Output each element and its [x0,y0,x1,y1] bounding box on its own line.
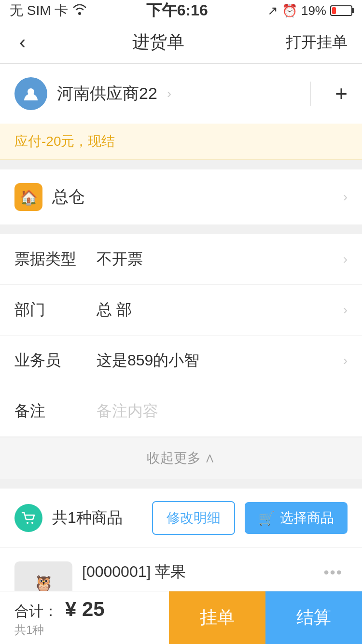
product-header: 共1种商品 修改明细 🛒 选择商品 [0,489,362,548]
total-sub: 共1种 [14,622,154,638]
open-pending-button[interactable]: 打开挂单 [286,32,348,53]
select-product-button[interactable]: 🛒 选择商品 [245,502,348,534]
page-title: 进货单 [132,30,184,54]
form-key-remark: 备注 [14,401,92,422]
avatar [14,77,47,110]
warehouse-name: 总仓 [52,186,334,208]
form-value-remark: 备注内容 [92,401,348,422]
main-content: 河南供应商22 › + 应付-20元，现结 🏠 总仓 › 票据类型 不开票 › … [0,64,362,644]
edit-detail-button[interactable]: 修改明细 [152,501,235,535]
location-icon: ↗ [267,3,278,18]
product-count-label: 共1种商品 [52,507,142,529]
form-row-invoice[interactable]: 票据类型 不开票 › [0,234,362,285]
nav-bar: ‹ 进货单 打开挂单 [0,21,362,64]
footer: 合计： ¥ 25 共1种 挂单 结算 [0,591,362,644]
vertical-divider [310,82,311,106]
form-key-dept: 部门 [14,299,92,321]
product-cart-icon [14,504,42,532]
supplier-row: 河南供应商22 › + [0,64,362,124]
checkout-button[interactable]: 结算 [265,591,362,644]
form-key-invoice: 票据类型 [14,249,92,270]
status-bar: 无 SIM 卡 下午6:16 ↗ ⏰ 19% [0,0,362,21]
battery-icon [330,5,352,16]
total-label: 合计： [14,603,58,619]
supplier-name: 河南供应商22 [57,83,157,105]
svg-point-1 [27,522,28,524]
status-left: 无 SIM 卡 [10,1,86,20]
chevron-right-icon: › [343,353,348,368]
battery-percent: 19% [301,3,326,18]
select-product-label: 选择商品 [280,509,334,527]
select-product-icon: 🛒 [258,510,275,526]
time-display: 下午6:16 [146,0,208,21]
supplier-section: 河南供应商22 › + 应付-20元，现结 [0,64,362,160]
svg-point-2 [31,522,33,524]
carrier-text: 无 SIM 卡 [10,1,68,20]
form-value-invoice: 不开票 [92,249,343,270]
product-title: 苹果 [155,563,186,580]
supplier-info[interactable]: 河南供应商22 › [14,77,301,110]
form-row-dept[interactable]: 部门 总 部 › [0,285,362,336]
wifi-icon [73,3,86,18]
hang-order-button[interactable]: 挂单 [169,591,265,644]
warehouse-section: 🏠 总仓 › [0,169,362,224]
footer-total: 合计： ¥ 25 共1种 [0,598,169,638]
chevron-right-icon: › [343,189,348,205]
status-right: ↗ ⏰ 19% [267,3,352,18]
alarm-icon: ⏰ [282,3,297,18]
total-amount: ¥ 25 [65,598,105,620]
notice-banner: 应付-20元，现结 [0,124,362,160]
form-row-salesperson[interactable]: 业务员 这是859的小智 › [0,336,362,386]
warehouse-row[interactable]: 🏠 总仓 › [0,169,362,224]
product-more-button[interactable]: ••• [319,561,348,583]
form-value-salesperson: 这是859的小智 [92,350,343,371]
add-supplier-button[interactable]: + [320,82,348,106]
back-button[interactable]: ‹ [14,27,30,58]
chevron-right-icon: › [167,86,171,101]
form-row-remark[interactable]: 备注 备注内容 [0,386,362,437]
form-key-salesperson: 业务员 [14,350,92,371]
warehouse-icon: 🏠 [14,183,42,211]
form-value-dept: 总 部 [92,299,343,321]
form-section: 票据类型 不开票 › 部门 总 部 › 业务员 这是859的小智 › 备注 备注… [0,234,362,479]
chevron-right-icon: › [343,302,348,318]
product-code: [0000001] [82,563,151,580]
chevron-right-icon: › [343,252,348,267]
product-name: [0000001] 苹果 [82,561,309,583]
collapse-row[interactable]: 收起更多 ∧ [0,437,362,479]
